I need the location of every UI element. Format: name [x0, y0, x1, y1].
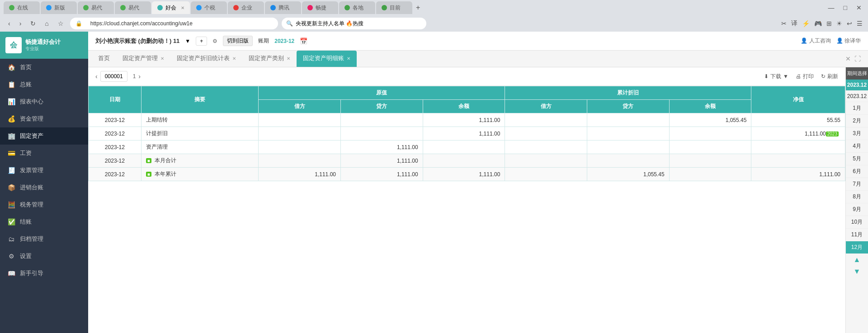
download-button[interactable]: ⬇ 下载 ▼ — [764, 73, 788, 80]
browser-tab-4[interactable]: 易代 — [115, 1, 151, 14]
print-button[interactable]: 🖨 打印 — [796, 73, 814, 80]
close-button[interactable]: ✕ — [854, 3, 864, 12]
translate-icon[interactable]: 译 — [791, 19, 797, 28]
browser-tab-2[interactable]: 新版 — [41, 1, 77, 14]
logo-icon: 会 — [5, 37, 22, 53]
period-item-12[interactable]: 12月 — [846, 241, 868, 254]
row2-orig-credit — [340, 127, 423, 141]
extension-icon[interactable]: ⚡ — [802, 20, 810, 27]
browser-tab-5[interactable]: 好会 ✕ — [152, 1, 190, 14]
row3-orig-balance — [423, 141, 505, 154]
sidebar-item-settings[interactable]: ⚙ 设置 — [0, 248, 88, 265]
new-tab-button[interactable]: + — [413, 3, 423, 13]
period-item-9[interactable]: 9月 — [846, 203, 868, 216]
sidebar-item-home[interactable]: 🏠 首页 — [0, 59, 88, 76]
sidebar-item-tax[interactable]: 🧮 税务管理 — [0, 196, 88, 213]
row3-dep-balance — [669, 141, 751, 154]
tab-home[interactable]: 首页 — [92, 51, 116, 67]
browser-tab-3[interactable]: 易代 — [78, 1, 114, 14]
home-button[interactable]: ⌂ — [42, 19, 51, 28]
period-item-6[interactable]: 6月 — [846, 165, 868, 178]
tab-fixed-asset-management[interactable]: 固定资产管理 ✕ — [116, 51, 170, 67]
sidebar-item-funds-label: 资金管理 — [20, 115, 43, 123]
back-button[interactable]: ‹ — [5, 19, 13, 28]
period-item-11[interactable]: 11月 — [846, 229, 868, 241]
browser-tab-7[interactable]: 企业 — [228, 1, 264, 14]
calendar-icon[interactable]: 📅 — [300, 38, 307, 45]
browser-tab-10[interactable]: 各地 — [339, 1, 375, 14]
row1-summary: 上期结转 — [141, 113, 259, 127]
undo-icon[interactable]: ↩ — [847, 20, 852, 27]
sidebar-item-fixed-assets[interactable]: 🏢 固定资产 — [0, 127, 88, 145]
forward-button[interactable]: › — [17, 19, 24, 28]
switch-version-button[interactable]: 切到旧版 — [223, 36, 253, 46]
sidebar-item-funds[interactable]: 💰 资金管理 — [0, 110, 88, 127]
tab-close-current[interactable]: ✕ — [845, 55, 851, 62]
user-avatar[interactable]: 👤 徐译华 — [836, 37, 861, 45]
sidebar-item-invoice[interactable]: 🧾 发票管理 — [0, 162, 88, 179]
add-company-button[interactable]: + — [196, 37, 207, 46]
browser-tab-11[interactable]: 目前 — [376, 1, 412, 14]
tab-depreciation-stat[interactable]: 固定资产折旧统计表 ✕ — [170, 51, 242, 67]
minimize-button[interactable]: — — [826, 3, 837, 12]
tab-dep-close[interactable]: ✕ — [232, 56, 236, 61]
period-item-10[interactable]: 10月 — [846, 216, 868, 229]
period-item-1[interactable]: 1月 — [846, 102, 868, 115]
bookmark-button[interactable]: ☆ — [55, 19, 66, 28]
browser-chrome: 在线 新版 易代 易代 好会 ✕ 个税 企业 腾讯 — [0, 0, 868, 32]
period-item-7[interactable]: 7月 — [846, 178, 868, 191]
address-input[interactable] — [85, 18, 273, 29]
sidebar-item-inventory[interactable]: 📦 进销台账 — [0, 179, 88, 196]
game-icon[interactable]: 🎮 — [814, 20, 822, 27]
sidebar-item-archive[interactable]: 🗂 归档管理 — [0, 230, 88, 248]
period-item-8[interactable]: 8月 — [846, 191, 868, 203]
tab-fam-close[interactable]: ✕ — [160, 56, 164, 61]
sidebar-item-payroll[interactable]: 💳 工资 — [0, 145, 88, 162]
page-number-input[interactable] — [100, 71, 127, 82]
logo-text: 畅捷通好会计 — [25, 38, 61, 46]
next-page-button[interactable]: › — [138, 73, 141, 80]
sidebar-item-reports[interactable]: 📊 报表中心 — [0, 93, 88, 110]
refresh-browser-button[interactable]: ↻ — [28, 19, 38, 28]
prev-page-button[interactable]: ‹ — [95, 73, 98, 80]
sidebar-item-home-label: 首页 — [20, 63, 32, 71]
tab-maximize[interactable]: ⛶ — [854, 55, 861, 62]
sidebar-item-guide[interactable]: 📖 新手引导 — [0, 265, 88, 282]
refresh-button[interactable]: ↻ 刷新 — [821, 73, 838, 80]
tab-asset-category[interactable]: 固定资产类别 ✕ — [242, 51, 297, 67]
scroll-down-button[interactable]: ▼ — [846, 266, 868, 277]
settings-topbar-button[interactable]: ⚙ — [212, 38, 217, 44]
sidebar-item-invoice-label: 发票管理 — [20, 166, 43, 174]
period-item-5[interactable]: 5月 — [846, 153, 868, 165]
table-row: 2023-12 ■ 本月合计 1,111.00 — [89, 154, 845, 168]
row4-dep-balance — [669, 154, 751, 168]
browser-tab-8[interactable]: 腾讯 — [265, 1, 301, 14]
sun-icon[interactable]: ☀ — [836, 20, 842, 27]
period-item-2023-12-header[interactable]: 2023.12 — [846, 80, 868, 91]
period-item-2[interactable]: 2月 — [846, 115, 868, 127]
tab-detail-close[interactable]: ✕ — [347, 56, 350, 61]
period-item-4[interactable]: 4月 — [846, 140, 868, 153]
menu-icon[interactable]: ☰ — [857, 20, 863, 27]
ledger-icon: 📋 — [7, 81, 15, 88]
sidebar-item-closing[interactable]: ✅ 结账 — [0, 213, 88, 230]
period-item-3[interactable]: 3月 — [846, 127, 868, 140]
scroll-up-button[interactable]: ▲ — [846, 254, 868, 266]
maximize-button[interactable]: □ — [841, 3, 850, 12]
download-arrow: ▼ — [783, 73, 788, 80]
tab-cat-close[interactable]: ✕ — [287, 56, 290, 61]
sidebar-item-ledger[interactable]: 📋 总账 — [0, 76, 88, 93]
row4-dep-debit — [505, 154, 587, 168]
browser-tab-5-close[interactable]: ✕ — [181, 5, 184, 10]
browser-tab-9[interactable]: 畅捷 — [302, 1, 338, 14]
period-item-2023-12[interactable]: 2023.12 — [846, 91, 868, 102]
sidebar-item-guide-label: 新手引导 — [20, 269, 43, 277]
browser-tab-6[interactable]: 个税 — [191, 1, 227, 14]
tab-asset-detail-ledger[interactable]: 固定资产明细账 ✕ — [297, 51, 357, 67]
scissors-icon[interactable]: ✂ — [781, 20, 787, 27]
browser-tab-1[interactable]: 在线 — [4, 1, 40, 14]
grid-icon[interactable]: ⊞ — [826, 20, 832, 27]
app-topbar: 刘小艳演示账套 (勿删勿动！) 11 ▼ + ⚙ 切到旧版 账期 2023-12… — [88, 32, 868, 51]
help-button[interactable]: 👤 人工咨询 — [801, 37, 830, 45]
sidebar-item-ledger-label: 总账 — [20, 80, 32, 89]
